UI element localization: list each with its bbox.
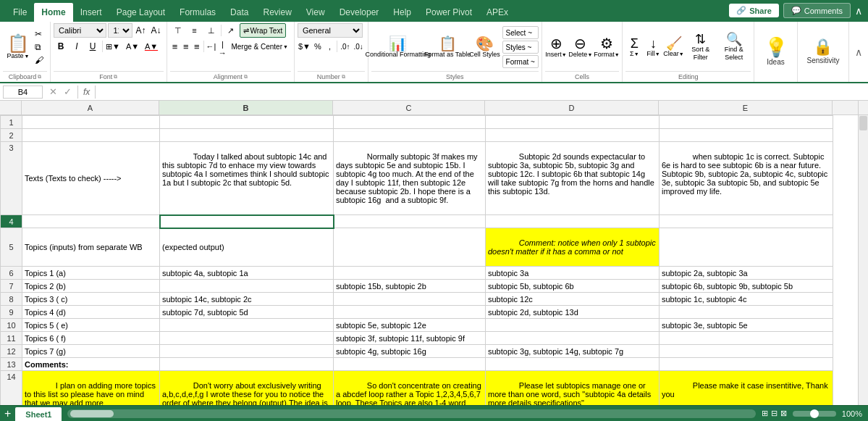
cell-e5[interactable] (660, 228, 833, 267)
cell-a14[interactable]: I plan on adding more topics to this lis… (22, 371, 160, 406)
cell-e10[interactable]: subtopic 3e, subtopic 5e (660, 319, 833, 332)
cell-reference-box[interactable] (3, 86, 43, 99)
font-name-select[interactable]: Calibri (54, 23, 106, 38)
number-format-select[interactable]: General (298, 23, 363, 38)
decrease-font-size-button[interactable]: A↓ (149, 23, 164, 38)
cell-d11[interactable] (486, 332, 660, 345)
font-color-button[interactable]: A▼ (143, 39, 160, 54)
percent-button[interactable]: % (312, 39, 324, 54)
ribbon-tab-power-pivot[interactable]: Power Pivot (418, 3, 479, 22)
col-header-b[interactable]: B (159, 101, 333, 114)
cell-e9[interactable] (660, 306, 833, 319)
cell-c4[interactable] (334, 215, 486, 228)
increase-font-size-button[interactable]: A↑ (133, 23, 148, 38)
select-dropdown-button[interactable]: Select ~ (502, 26, 539, 39)
comments-button[interactable]: 💬 Comments (783, 3, 851, 18)
normal-view-icon[interactable]: ⊞ (762, 409, 768, 418)
cell-a12[interactable]: Topics 7 (g) (22, 345, 160, 358)
ribbon-tab-page-layout[interactable]: Page Layout (109, 3, 172, 22)
cell-b6[interactable]: subtopic 4a, subtopic 1a (160, 267, 334, 280)
ribbon-tab-review[interactable]: Review (256, 3, 298, 22)
cell-e7[interactable]: subtopic 6b, subtopic 9b, subtopic 5b (660, 280, 833, 293)
share-button[interactable]: 🔗 Share (729, 4, 779, 17)
sheet-tab-sheet1[interactable]: Sheet1 (15, 407, 62, 422)
delete-cells-button[interactable]: ⊖ Delete▼ (568, 35, 592, 59)
ideas-button[interactable]: 💡 Ideas (762, 36, 791, 67)
insert-cells-button[interactable]: ⊕ Insert▼ (545, 35, 567, 59)
cell-e8[interactable]: subtopic 1c, subtopic 4c (660, 293, 833, 306)
ribbon-tab-data[interactable]: Data (223, 3, 256, 22)
col-header-c[interactable]: C (333, 101, 485, 114)
conditional-formatting-button[interactable]: 📊 Conditional Formatting (371, 35, 425, 59)
row-header[interactable]: 7 (1, 280, 22, 293)
cell-c12[interactable]: subtopic 4g, subtopic 16g (334, 345, 486, 358)
row-header[interactable]: 10 (1, 319, 22, 332)
cell-b11[interactable] (160, 332, 334, 345)
ribbon-expand-button[interactable]: ∧ (852, 43, 865, 61)
ribbon-tab-file[interactable]: File (6, 3, 34, 22)
cell-c3[interactable]: Normally subtopic 3f makes my days subto… (334, 142, 486, 215)
cell-a13[interactable]: Comments: (22, 358, 160, 371)
cell-e6[interactable]: subtopic 2a, subtopic 3a (660, 267, 833, 280)
cell-d10[interactable] (486, 319, 660, 332)
format-cells-button[interactable]: ⚙ Format▼ (594, 35, 619, 59)
ribbon-tab-home[interactable]: Home (34, 3, 72, 22)
cell-a8[interactable]: Topics 3 ( c) (22, 293, 160, 306)
cell-b4[interactable] (160, 215, 334, 228)
clear-button[interactable]: 🧹 Clear▼ (663, 36, 683, 59)
cell-b10[interactable] (160, 319, 334, 332)
cell-b3[interactable]: Today I talked about subtopic 14c and th… (160, 142, 334, 215)
cell-e4[interactable] (660, 215, 833, 228)
align-left-button[interactable]: ≡ (170, 39, 180, 54)
cell-d7[interactable]: subtopic 5b, subtopic 6b (486, 280, 660, 293)
ribbon-tab-insert[interactable]: Insert (73, 3, 109, 22)
cell-d14[interactable]: Please let subtopics manage one or more … (486, 371, 660, 406)
italic-button[interactable]: I (69, 39, 84, 54)
currency-button[interactable]: $▼ (298, 39, 311, 54)
cell-b9[interactable]: subtopic 7d, subtopic 5d (160, 306, 334, 319)
row-header[interactable]: 1 (1, 116, 22, 129)
align-bottom-button[interactable]: ⊥ (203, 23, 219, 38)
cell-c6[interactable] (334, 267, 486, 280)
cell-a4[interactable] (22, 215, 160, 228)
styles-dropdown-button[interactable]: Styles ~ (502, 41, 539, 54)
row-header[interactable]: 5 (1, 228, 22, 267)
row-header[interactable]: 13 (1, 358, 22, 371)
cell-d5[interactable]: Comment: notice when only 1 subtopic doe… (486, 228, 660, 267)
cell-a5[interactable]: Topics (inputs) from separate WB (22, 228, 160, 267)
format-dropdown-button[interactable]: Format ~ (502, 55, 539, 68)
page-layout-view-icon[interactable]: ⊟ (771, 409, 778, 418)
cell-c7[interactable]: subtopic 15b, subtopic 2b (334, 280, 486, 293)
row-header[interactable]: 14 (1, 371, 22, 406)
text-direction-button[interactable]: ↗ (223, 23, 239, 38)
cell-b12[interactable] (160, 345, 334, 358)
autosum-button[interactable]: Σ Σ▼ (625, 36, 643, 59)
ribbon-collapse-button[interactable]: ∧ (855, 5, 862, 17)
align-center-button[interactable]: ≡ (181, 39, 191, 54)
cell-a7[interactable]: Topics 2 (b) (22, 280, 160, 293)
bold-button[interactable]: B (54, 39, 68, 54)
fill-color-button[interactable]: A▼ (124, 39, 141, 54)
row-header[interactable]: 8 (1, 293, 22, 306)
ribbon-tab-apex[interactable]: APEx (479, 3, 515, 22)
paste-button[interactable]: 📋 Paste▼ (4, 33, 33, 61)
ribbon-tab-view[interactable]: View (299, 3, 332, 22)
cell-a3[interactable]: Texts (Texts to check) -----> (22, 142, 160, 215)
cell-c13[interactable] (334, 358, 486, 371)
cell-e12[interactable] (660, 345, 833, 358)
wrap-text-button[interactable]: ⇌ Wrap Text (240, 23, 287, 38)
decrease-decimal-button[interactable]: .0↓ (352, 39, 364, 54)
ribbon-tab-formulas[interactable]: Formulas (172, 3, 223, 22)
page-break-view-icon[interactable]: ⊠ (780, 409, 787, 418)
cell-d9[interactable]: subtopic 2d, subtopic 13d (486, 306, 660, 319)
increase-indent-button[interactable]: |→ (217, 39, 227, 54)
ribbon-tab-help[interactable]: Help (386, 3, 418, 22)
cut-button[interactable]: ✂ (33, 28, 46, 40)
cell-b13[interactable] (160, 358, 334, 371)
format-as-table-button[interactable]: 📋 Format as Table (428, 35, 468, 59)
align-middle-button[interactable]: ≡ (187, 23, 203, 38)
cell-e3[interactable]: when subtopic 1c is correct. Subtopic 6e… (660, 142, 833, 215)
confirm-formula-button[interactable]: ✓ (61, 86, 74, 99)
find-select-button[interactable]: 🔍 Find & Select (717, 31, 751, 63)
col-header-e[interactable]: E (659, 101, 833, 114)
